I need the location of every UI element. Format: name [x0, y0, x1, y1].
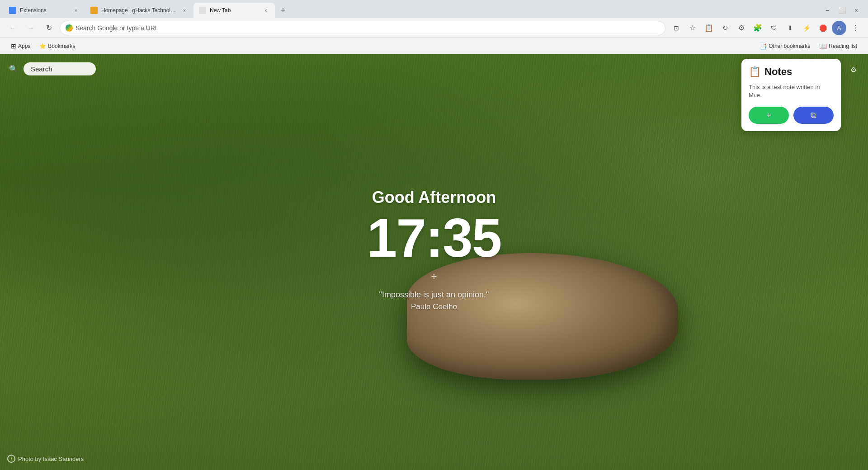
notes-panel-icon: 📋	[749, 66, 761, 78]
refresh-button[interactable]: ↻	[42, 21, 56, 35]
notes-button[interactable]: 📋	[702, 21, 716, 35]
photo-credit-text: Photo by Isaac Saunders	[18, 456, 84, 462]
quote-author: Paulo Coelho	[367, 302, 501, 311]
info-icon[interactable]: i	[7, 455, 15, 463]
profile-extension-button[interactable]: ⚡	[799, 21, 814, 35]
window-controls: − ⬜ ×	[816, 3, 868, 18]
screenshot-button[interactable]: ⊡	[669, 21, 684, 35]
browser-frame: Extensions × Homepage | gHacks Technolog…	[0, 0, 868, 470]
address-bar[interactable]: Search Google or type a URL	[60, 21, 665, 35]
other-bookmarks-icon: 📑	[759, 42, 767, 50]
greeting: Good Afternoon	[367, 188, 501, 207]
settings-page-button[interactable]: ⚙	[846, 62, 861, 77]
shield-button[interactable]: 🛡	[767, 21, 781, 35]
center-content: Good Afternoon 17:35 + "Impossible is ju…	[367, 188, 501, 311]
other-bookmarks-label: Other bookmarks	[769, 43, 810, 49]
add-widget-button[interactable]: +	[428, 270, 440, 283]
account-button[interactable]: A	[832, 21, 846, 35]
bookmarks-label: Bookmarks	[48, 43, 75, 49]
back-button[interactable]: ←	[5, 21, 20, 35]
notes-header: 📋 Notes	[749, 66, 834, 78]
notes-panel-body: This is a test note written in Mue.	[749, 83, 834, 99]
tab-title-newtab: New Tab	[210, 7, 259, 14]
page-content: 🔍 Search ⛶ ☆ 📋 ↻ ⚙ 📋 Notes This is a tes…	[0, 54, 868, 470]
close-button[interactable]: ×	[850, 4, 863, 17]
bookmarks-bar: ⊞ Apps ⭐ Bookmarks 📑 Other bookmarks 📖 R…	[0, 38, 868, 54]
quote-text: "Impossible is just an opinion."	[367, 290, 501, 300]
notes-copy-button[interactable]: ⧉	[793, 107, 834, 124]
search-icon: 🔍	[9, 65, 18, 73]
notes-actions: + ⧉	[749, 107, 834, 124]
search-placeholder: Search	[31, 65, 52, 73]
notes-panel: 📋 Notes This is a test note written in M…	[741, 59, 841, 131]
google-icon	[66, 24, 73, 32]
notes-panel-title: Notes	[764, 66, 792, 78]
tab-favicon-extensions	[9, 7, 16, 14]
bookmark-folder-icon: ⭐	[39, 43, 46, 49]
search-box[interactable]: Search	[24, 62, 96, 75]
tab-newtab[interactable]: New Tab ×	[193, 3, 275, 18]
bookmark-page-button[interactable]: ☆	[685, 21, 700, 35]
tab-favicon-ghacks	[90, 7, 98, 14]
tab-close-newtab[interactable]: ×	[262, 7, 269, 14]
search-icon-button[interactable]: 🔍	[7, 63, 20, 75]
notes-copy-icon: ⧉	[811, 111, 816, 120]
reload-button[interactable]: ↻	[718, 21, 732, 35]
apps-label: Apps	[18, 43, 30, 49]
tab-title-ghacks: Homepage | gHacks Technology...	[101, 7, 177, 14]
reading-list[interactable]: 📖 Reading list	[816, 41, 861, 52]
tab-close-ghacks[interactable]: ×	[181, 7, 188, 14]
menu-button[interactable]: ⋮	[848, 21, 863, 35]
apps-bookmark[interactable]: ⊞ Apps	[7, 41, 34, 52]
adblock-button[interactable]: 🛑	[816, 21, 830, 35]
reading-list-icon: 📖	[819, 42, 827, 50]
tab-close-extensions[interactable]: ×	[72, 7, 80, 14]
reading-list-label: Reading list	[829, 43, 857, 49]
other-bookmarks[interactable]: 📑 Other bookmarks	[755, 41, 814, 52]
download-button[interactable]: ⬇	[783, 21, 797, 35]
notes-add-button[interactable]: +	[749, 107, 789, 124]
toolbar: ← → ↻ Search Google or type a URL ⊡ ☆ 📋 …	[0, 18, 868, 38]
notes-add-icon: +	[766, 111, 771, 120]
new-tab-button[interactable]: +	[277, 4, 289, 17]
bookmarks-folder[interactable]: ⭐ Bookmarks	[36, 41, 79, 51]
extension-puzzle[interactable]: 🧩	[750, 21, 765, 35]
tab-favicon-newtab	[199, 7, 206, 14]
address-text: Search Google or type a URL	[75, 24, 159, 32]
tab-title-extensions: Extensions	[20, 7, 69, 14]
clock-display: 17:35	[367, 211, 501, 265]
tab-extensions[interactable]: Extensions ×	[4, 3, 85, 18]
tabs-area: Extensions × Homepage | gHacks Technolog…	[0, 3, 816, 18]
apps-grid-icon: ⊞	[11, 42, 16, 50]
photo-credit: i Photo by Isaac Saunders	[7, 455, 84, 463]
title-bar: Extensions × Homepage | gHacks Technolog…	[0, 0, 868, 18]
search-widget: 🔍 Search	[7, 62, 96, 75]
forward-button[interactable]: →	[24, 21, 38, 35]
minimize-button[interactable]: −	[821, 4, 834, 17]
tab-ghacks[interactable]: Homepage | gHacks Technology... ×	[85, 3, 193, 18]
toolbar-right: ⊡ ☆ 📋 ↻ ⚙ 🧩 🛡 ⬇ ⚡ 🛑 A ⋮	[669, 21, 863, 35]
settings-button[interactable]: ⚙	[734, 21, 749, 35]
maximize-button[interactable]: ⬜	[835, 4, 848, 17]
